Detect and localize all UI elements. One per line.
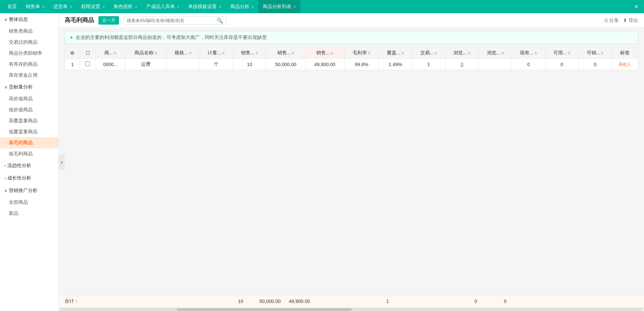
- share-button[interactable]: ⎙ 分享: [605, 17, 619, 24]
- col-sale-amount[interactable]: 销售...⇅: [266, 47, 305, 59]
- row-browse1[interactable]: 0: [445, 59, 479, 70]
- content-header: 高毛利商品 近一月 🔍 ⎙ 分享 ⬆ 导出: [59, 13, 644, 28]
- nav-sales[interactable]: 销售单 ×: [21, 0, 49, 13]
- row-available: 0: [545, 59, 579, 70]
- sidebar-item-sales-goods[interactable]: 销售类商品: [0, 26, 58, 37]
- sidebar-item-high-coverage[interactable]: 高覆盖量商品: [0, 115, 58, 126]
- close-icon[interactable]: ×: [177, 4, 179, 9]
- nav-permissions[interactable]: 权限设置 ×: [77, 0, 109, 13]
- close-icon[interactable]: ×: [135, 4, 137, 9]
- footer-spacer2: [108, 299, 138, 304]
- sidebar-section-growth[interactable]: › 成长性分析: [0, 172, 58, 184]
- sidebar-section-contribution[interactable]: ∨ 贡献量分析: [0, 81, 58, 93]
- nav-product-inbound[interactable]: 产成品入库单 ×: [142, 0, 184, 13]
- col-browse1[interactable]: 浏览...⇅: [445, 47, 479, 59]
- nav-home[interactable]: 首页: [3, 0, 21, 13]
- sidebar-item-traded-goods[interactable]: 交易过的商品: [0, 37, 58, 48]
- row-checkbox[interactable]: [80, 59, 96, 70]
- row-unit: 个: [200, 59, 233, 70]
- col-name[interactable]: 商品名称⇅: [125, 47, 166, 59]
- scrollbar-thumb[interactable]: [177, 308, 352, 311]
- top-navigation: 首页 销售单 × 进货单 × 权限设置 × 角色授权 × 产成品入库单 × 单据…: [0, 0, 644, 13]
- sidebar-item-in-stock[interactable]: 有库存的商品: [0, 59, 58, 70]
- close-icon[interactable]: ×: [70, 4, 72, 9]
- sidebar-item-new-goods[interactable]: 新品: [0, 208, 58, 219]
- sidebar-item-high-value[interactable]: 高价值商品: [0, 93, 58, 104]
- footer-sale-profit: 49,900.00: [285, 299, 314, 304]
- nav-product-analysis[interactable]: 商品分析 ×: [226, 0, 258, 13]
- col-unit[interactable]: 计量...⇅: [200, 47, 233, 59]
- row-code[interactable]: 0000...: [96, 59, 125, 70]
- row-spec: [166, 59, 200, 70]
- sidebar-item-low-margin[interactable]: 低毛利商品: [0, 148, 58, 159]
- col-spec[interactable]: 规格...⇅: [166, 47, 200, 59]
- col-current[interactable]: 现有...⇅: [512, 47, 545, 59]
- footer-spacer7: [343, 299, 373, 304]
- sort-icon: ⇅: [434, 51, 437, 55]
- sidebar-item-low-coverage[interactable]: 低覆盖量商品: [0, 126, 58, 137]
- close-icon[interactable]: ×: [219, 4, 221, 9]
- col-checkbox[interactable]: ☐: [80, 47, 96, 59]
- search-icon[interactable]: 🔍: [217, 18, 223, 23]
- sidebar-item-stock-capital[interactable]: 库存资金占用: [0, 70, 58, 81]
- nav-roles[interactable]: 角色授权 ×: [109, 0, 141, 13]
- sort-icon: ⇅: [291, 51, 294, 55]
- col-available[interactable]: 可用...⇅: [545, 47, 579, 59]
- close-icon[interactable]: ×: [102, 4, 105, 9]
- sort-icon: ⇅: [568, 51, 571, 55]
- footer-sale-amount: 50,000.00: [255, 299, 285, 304]
- close-icon[interactable]: ×: [294, 4, 296, 9]
- page-title: 高毛利商品: [65, 17, 94, 24]
- nav-template-settings[interactable]: 单据模板设置 ×: [184, 0, 226, 13]
- row-sale-amount: 50,000.00: [266, 59, 305, 70]
- table-wrapper: ⚙ ☐ 商...⇅ 商品名称⇅ 规格...⇅ 计量...⇅ 销售...⇅ 销售.…: [59, 47, 644, 294]
- row-coverage: 1.49%: [379, 59, 412, 70]
- sidebar-section-trend[interactable]: › 流趋性分析: [0, 159, 58, 172]
- sidebar-collapse-button[interactable]: ‹: [59, 155, 65, 170]
- sidebar-item-high-margin[interactable]: 高毛利商品: [0, 137, 58, 148]
- sort-icon: ⇅: [331, 51, 334, 55]
- row-current: 0: [512, 59, 545, 70]
- close-all-button[interactable]: ×: [631, 3, 641, 11]
- col-sale-profit[interactable]: 销售...⇅: [305, 47, 344, 59]
- footer-spacer9: [432, 299, 461, 304]
- col-settings[interactable]: ⚙: [65, 47, 80, 59]
- close-icon[interactable]: ×: [252, 4, 254, 9]
- sort-icon: ⇅: [601, 51, 604, 55]
- nav-purchase[interactable]: 进货单 ×: [49, 0, 76, 13]
- col-browse2[interactable]: 浏览...⇅: [479, 47, 512, 59]
- export-icon: ⬆: [623, 18, 627, 23]
- nav-product-analysis-list[interactable]: 商品分析列表 ×: [258, 0, 300, 13]
- sort-icon: ⇅: [534, 51, 537, 55]
- sidebar-item-all-goods[interactable]: 全部商品: [0, 197, 58, 208]
- col-sale-qty[interactable]: 销售...⇅: [233, 47, 266, 59]
- footer-spacer5: [197, 299, 226, 304]
- col-tag[interactable]: 标签: [612, 47, 638, 59]
- product-table: ⚙ ☐ 商...⇅ 商品名称⇅ 规格...⇅ 计量...⇅ 销售...⇅ 销售.…: [65, 47, 638, 70]
- sort-icon: ⇅: [401, 51, 404, 55]
- sidebar-item-category-assist[interactable]: 商品分类助销率: [0, 48, 58, 59]
- row-sale-profit: 49,900.00: [305, 59, 344, 70]
- row-checkbox-input[interactable]: [85, 61, 90, 66]
- content-area: ‹ 高毛利商品 近一月 🔍 ⎙ 分享 ⬆ 导出 ✦ 企: [59, 13, 644, 311]
- search-input[interactable]: [127, 18, 217, 23]
- col-sellable[interactable]: 可销...⇅: [579, 47, 612, 59]
- col-coverage[interactable]: 覆盖...⇅: [379, 47, 412, 59]
- col-gross-margin[interactable]: 毛利率⇅: [344, 47, 379, 59]
- row-sellable: 0: [579, 59, 612, 70]
- sort-icon: ⇅: [501, 51, 504, 55]
- col-code[interactable]: 商...⇅: [96, 47, 125, 59]
- footer-cells: 10 50,000.00 49,900.00 1 0 0: [79, 299, 638, 304]
- sidebar-item-low-value[interactable]: 低价值商品: [0, 104, 58, 115]
- horizontal-scrollbar[interactable]: [59, 307, 644, 311]
- sidebar-section-marketing[interactable]: ∨ 营销推广分析: [0, 184, 58, 197]
- period-button[interactable]: 近一月: [98, 16, 119, 25]
- export-button[interactable]: ⬆ 导出: [623, 17, 638, 24]
- col-trade[interactable]: 交易...⇅: [412, 47, 446, 59]
- row-trade: 1: [412, 59, 446, 70]
- sort-icon: ⇅: [114, 51, 116, 55]
- close-icon[interactable]: ×: [42, 4, 44, 9]
- footer-sale-qty: 10: [226, 299, 255, 304]
- sidebar-section-overall[interactable]: ∨ 整体信息: [0, 13, 58, 26]
- info-icon: ✦: [69, 35, 73, 40]
